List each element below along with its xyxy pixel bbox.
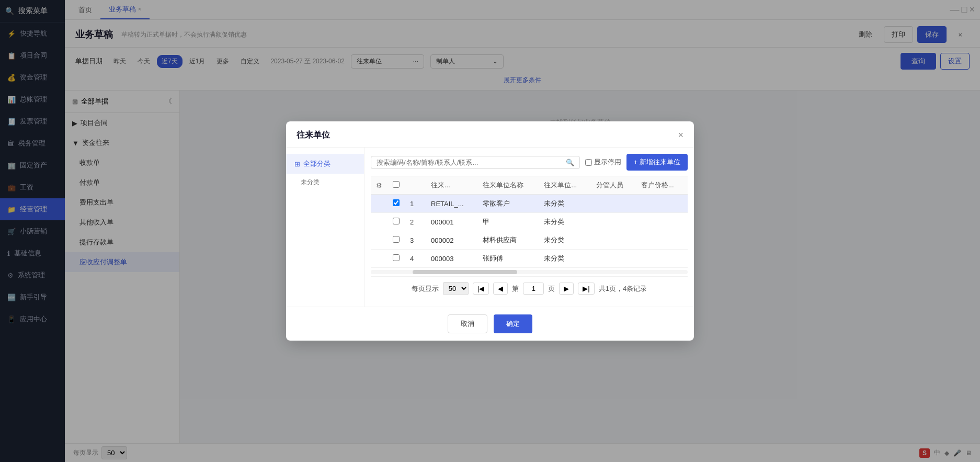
th-name: 往来单位名称 [477,176,539,195]
first-page-btn[interactable]: |◀ [473,283,489,295]
modal-dialog: 往来单位 × ⊞ 全部分类 未分类 🔍 [286,121,694,341]
confirm-button[interactable]: 确定 [494,314,532,333]
table-row[interactable]: 2 000001 甲 未分类 [371,213,688,231]
cell-check[interactable] [388,195,405,213]
cell-manager [591,213,636,231]
cell-code: 000002 [426,231,477,250]
cell-setting [371,250,388,268]
modal-sidebar-label: 全部分类 [303,159,331,168]
cell-manager [591,250,636,268]
th-check[interactable] [388,176,405,195]
search-icon: 🔍 [566,159,574,166]
table-row[interactable]: 1 RETAIL_... 零散客户 未分类 [371,195,688,213]
cell-code: RETAIL_... [426,195,477,213]
cancel-button[interactable]: 取消 [448,314,487,333]
horizontal-scrollbar[interactable] [371,270,688,274]
cell-manager [591,231,636,250]
th-code: 往来... [426,176,477,195]
cell-no: 4 [405,250,426,268]
modal-title: 往来单位 [297,130,330,141]
row-checkbox[interactable] [393,199,400,206]
modal-sidebar-sub-label: 未分类 [301,178,320,186]
cell-no: 2 [405,213,426,231]
cell-price [636,250,688,268]
table-row[interactable]: 3 000002 材料供应商 未分类 [371,231,688,250]
scrollbar-thumb[interactable] [413,270,517,274]
total-text: 共1页，4条记录 [599,284,647,294]
modal-body: ⊞ 全部分类 未分类 🔍 显示停用 [286,148,694,307]
cell-name: 张師傅 [477,250,539,268]
add-unit-button[interactable]: + 新增往来单位 [626,154,688,171]
modal-main-content: 🔍 显示停用 + 新增往来单位 ⚙ [364,148,694,307]
cell-check[interactable] [388,231,405,250]
cell-name: 甲 [477,213,539,231]
th-no [405,176,426,195]
modal-sidebar: ⊞ 全部分类 未分类 [286,148,364,307]
modal-sidebar-unclassified[interactable]: 未分类 [286,174,364,191]
cell-name: 零散客户 [477,195,539,213]
cell-no: 1 [405,195,426,213]
search-input[interactable] [377,159,563,166]
th-price: 客户价格... [636,176,688,195]
cell-manager [591,195,636,213]
th-category: 往来单位... [539,176,590,195]
prev-page-btn[interactable]: ◀ [493,283,508,295]
table-row[interactable]: 4 000003 张師傅 未分类 [371,250,688,268]
row-checkbox[interactable] [393,236,400,243]
cell-price [636,195,688,213]
page-suffix: 页 [548,284,555,294]
cell-setting [371,231,388,250]
last-page-btn[interactable]: ▶| [578,283,594,295]
show-disabled-label[interactable]: 显示停用 [585,157,621,167]
modal-sidebar-all-category[interactable]: ⊞ 全部分类 [286,154,364,174]
cell-price [636,213,688,231]
modal-close-button[interactable]: × [678,130,683,141]
cell-code: 000001 [426,213,477,231]
cell-setting [371,213,388,231]
cell-name: 材料供应商 [477,231,539,250]
modal-footer: 取消 确定 [286,307,694,341]
cell-setting [371,195,388,213]
cell-category: 未分类 [539,250,590,268]
search-box[interactable]: 🔍 [371,156,580,169]
cell-code: 000003 [426,250,477,268]
per-page-label: 每页显示 [412,284,439,294]
th-setting[interactable]: ⚙ [371,176,388,195]
grid-icon: ⊞ [294,160,300,168]
cell-price [636,231,688,250]
cell-category: 未分类 [539,195,590,213]
page-input[interactable] [523,283,544,295]
modal-toolbar: 🔍 显示停用 + 新增往来单位 [371,154,688,171]
cell-category: 未分类 [539,213,590,231]
cell-no: 3 [405,231,426,250]
modal-table-wrapper: ⚙ 往来... 往来单位名称 往来单位... 分管人员 客户价格... [371,176,688,268]
row-checkbox[interactable] [393,218,400,224]
modal-header: 往来单位 × [286,121,694,148]
next-page-btn[interactable]: ▶ [559,283,574,295]
show-disabled-text: 显示停用 [594,157,621,167]
page-label: 第 [512,284,519,294]
table-header-row: ⚙ 往来... 往来单位名称 往来单位... 分管人员 客户价格... [371,176,688,195]
row-checkbox[interactable] [393,254,400,261]
modal-overlay[interactable]: 往来单位 × ⊞ 全部分类 未分类 🔍 [0,0,980,462]
modal-pagination: 每页显示 50 |◀ ◀ 第 页 ▶ ▶| 共1页，4条记录 [371,276,688,300]
th-manager: 分管人员 [591,176,636,195]
cell-check[interactable] [388,213,405,231]
per-page-select[interactable]: 50 [443,282,469,295]
show-disabled-checkbox[interactable] [585,159,592,166]
cell-check[interactable] [388,250,405,268]
cell-category: 未分类 [539,231,590,250]
select-all-checkbox[interactable] [393,181,400,188]
modal-data-table: ⚙ 往来... 往来单位名称 往来单位... 分管人员 客户价格... [371,176,688,268]
